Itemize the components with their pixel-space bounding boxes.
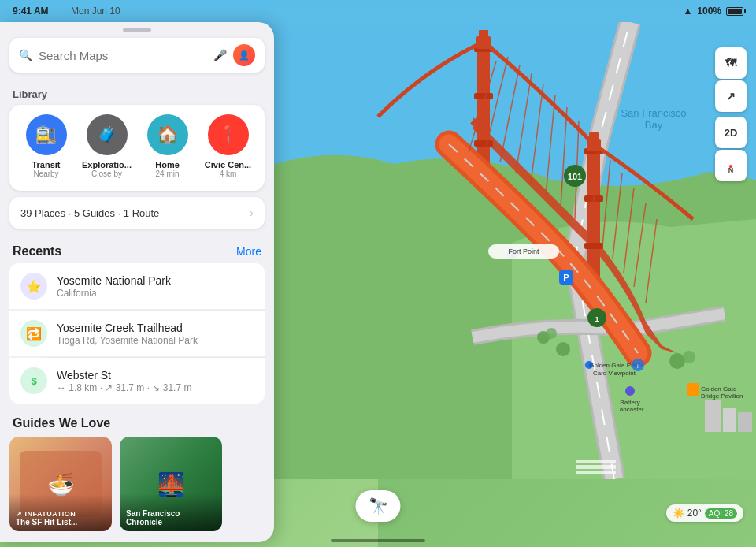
home-sublabel: 24 min: [155, 169, 179, 178]
library-title: Library: [0, 82, 274, 105]
exploration-icon: 🧳: [87, 114, 128, 155]
guide-card-sfchronicle[interactable]: 🌉 San Francisco Chronicle: [120, 437, 222, 531]
weather-icon: ☀️: [673, 508, 684, 519]
recents-list: ⭐ Yosemite National Park California 🔁 Yo…: [0, 263, 274, 404]
webster-name: Webster St: [57, 369, 254, 381]
stats-text: 39 Places · 5 Guides · 1 Route: [20, 207, 159, 219]
recents-header: Recents More: [0, 235, 274, 263]
svg-text:P: P: [563, 273, 569, 282]
trailhead-info: Yosemite Creek Trailhead Tioga Rd, Yosem…: [57, 322, 254, 346]
quick-item-transit[interactable]: 🚉 Transit Nearby: [16, 105, 76, 184]
svg-rect-7: [479, 30, 488, 39]
chevron-right-icon: ›: [250, 207, 254, 219]
webster-icon: $: [20, 367, 47, 394]
svg-point-53: [669, 353, 685, 369]
panel: 🔍 🎤 👤 Library 🚉 Transit Nearby 🧳 Explora…: [0, 22, 274, 542]
guide-card-infatuation[interactable]: 🍜 ↗ INFATUATION The SF Hit List...: [9, 437, 112, 531]
battery-text: 100%: [697, 6, 721, 17]
compass-button[interactable]: ● N: [715, 150, 747, 181]
svg-point-51: [546, 328, 557, 339]
home-indicator: [331, 539, 425, 542]
binoculars-button[interactable]: 🔭: [356, 490, 401, 522]
svg-text:San Francisco: San Francisco: [621, 107, 686, 119]
svg-rect-56: [723, 408, 736, 432]
svg-text:Lancaster: Lancaster: [616, 406, 643, 413]
status-bar: 9:41 AM Mon Jun 10 ▲ 100%: [0, 0, 756, 22]
svg-point-52: [556, 342, 570, 356]
civic-icon: 📍: [208, 114, 249, 155]
svg-text:101: 101: [568, 172, 582, 181]
directions-button[interactable]: ↗: [715, 80, 747, 112]
search-input[interactable]: [39, 49, 207, 62]
battery-icon: [726, 7, 743, 16]
transit-sublabel: Nearby: [33, 169, 58, 178]
weather-badge: ☀️ 20° AQI 28: [666, 504, 743, 522]
svg-text:Fort Point: Fort Point: [508, 247, 539, 255]
avatar[interactable]: 👤: [233, 44, 255, 66]
trailhead-icon: 🔁: [20, 320, 47, 347]
2d-view-button[interactable]: 2D: [715, 117, 747, 148]
quick-item-civic[interactable]: 📍 Civic Cen... 4 km: [198, 105, 258, 184]
home-icon: 🏠: [147, 114, 188, 155]
svg-rect-45: [687, 383, 699, 396]
mic-icon[interactable]: 🎤: [213, 49, 227, 61]
weather-temp: 20°: [687, 508, 702, 519]
svg-rect-5: [474, 140, 493, 147]
quick-item-exploration[interactable]: 🧳 Exploratio... Close by: [76, 105, 137, 184]
guides-row: 🍜 ↗ INFATUATION The SF Hit List... 🌉 San…: [0, 437, 274, 531]
svg-text:1: 1: [595, 315, 598, 323]
map-controls: 🗺 ↗ 2D ● N: [715, 47, 747, 181]
search-bar[interactable]: 🔍 🎤 👤: [9, 38, 265, 73]
search-icon: 🔍: [19, 49, 32, 61]
quick-item-home[interactable]: 🏠 Home 24 min: [137, 105, 198, 184]
transit-icon: 🚉: [26, 114, 67, 155]
aqi-badge: AQI 28: [705, 508, 737, 519]
svg-point-54: [683, 351, 695, 363]
svg-text:Card Viewpoint: Card Viewpoint: [593, 370, 636, 377]
recent-item-yosemite-np[interactable]: ⭐ Yosemite National Park California: [9, 263, 265, 309]
yosemite-np-info: Yosemite National Park California: [57, 274, 254, 299]
svg-rect-11: [584, 243, 603, 249]
svg-text:Golden Gate: Golden Gate: [701, 385, 737, 393]
infatuation-label: ↗ INFATUATION The SF Hit List...: [9, 494, 112, 531]
wifi-icon: ▲: [683, 6, 692, 17]
guides-title: Guides We Love: [13, 416, 110, 430]
panel-handle: [123, 28, 151, 32]
map-view-button[interactable]: 🗺: [715, 47, 747, 79]
svg-text:Bay: Bay: [645, 119, 663, 131]
exploration-label: Exploratio...: [82, 160, 132, 169]
yosemite-np-icon: ⭐: [20, 273, 47, 300]
trailhead-name: Yosemite Creek Trailhead: [57, 322, 254, 334]
svg-rect-59: [576, 465, 616, 469]
transit-label: Transit: [32, 160, 60, 169]
civic-label: Civic Cen...: [205, 160, 251, 169]
sfchronicle-label: San Francisco Chronicle: [120, 493, 222, 531]
trailhead-detail: Tioga Rd, Yosemite National Park: [57, 335, 254, 346]
status-time: 9:41 AM: [13, 6, 49, 17]
webster-detail: ↔ 1.8 km · ↗ 31.7 m · ↘ 31.7 m: [57, 382, 254, 393]
exploration-sublabel: Close by: [91, 169, 122, 178]
webster-info: Webster St ↔ 1.8 km · ↗ 31.7 m · ↘ 31.7 …: [57, 369, 254, 393]
svg-rect-4: [474, 93, 493, 99]
more-link[interactable]: More: [236, 245, 261, 258]
recent-item-trailhead[interactable]: 🔁 Yosemite Creek Trailhead Tioga Rd, Yos…: [9, 311, 265, 356]
svg-rect-57: [738, 412, 752, 432]
quick-access-row: 🚉 Transit Nearby 🧳 Exploratio... Close b…: [9, 105, 265, 191]
bridge-svg: 101 1 Fort Point P Golden Gate Post Card…: [236, 22, 756, 479]
svg-rect-60: [576, 471, 616, 474]
svg-rect-55: [705, 400, 721, 432]
yosemite-np-name: Yosemite National Park: [57, 274, 254, 287]
yosemite-np-detail: California: [57, 288, 254, 299]
home-label: Home: [155, 160, 180, 169]
svg-text:i: i: [637, 363, 639, 370]
svg-text:Bridge Pavilion: Bridge Pavilion: [701, 393, 743, 400]
guides-header: Guides We Love: [0, 404, 274, 437]
status-date: Mon Jun 10: [71, 6, 120, 17]
recents-title: Recents: [13, 244, 61, 259]
status-right: ▲ 100%: [683, 6, 743, 17]
recent-item-webster[interactable]: $ Webster St ↔ 1.8 km · ↗ 31.7 m · ↘ 31.…: [9, 358, 265, 404]
civic-sublabel: 4 km: [220, 169, 237, 178]
stats-row[interactable]: 39 Places · 5 Guides · 1 Route ›: [9, 197, 265, 229]
svg-point-42: [625, 386, 635, 396]
svg-rect-58: [576, 460, 616, 463]
